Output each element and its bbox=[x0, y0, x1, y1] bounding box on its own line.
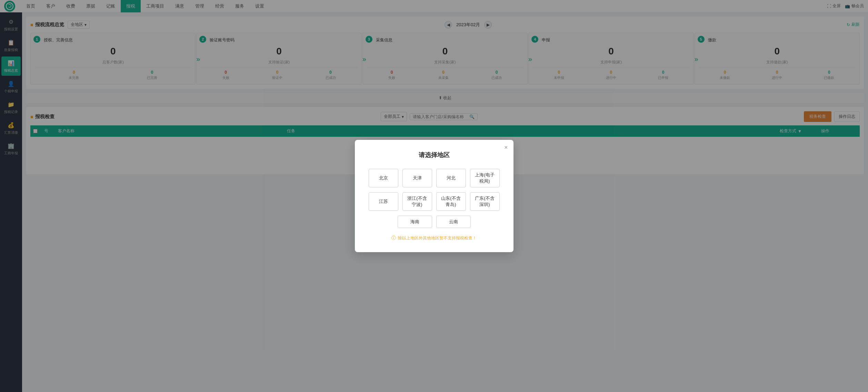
region-btn-shanghai[interactable]: 上海(电子税局) bbox=[470, 169, 500, 187]
region-btn-yunnan[interactable]: 云南 bbox=[436, 216, 471, 228]
region-btn-guangdong[interactable]: 广东(不含深圳) bbox=[470, 192, 500, 211]
modal-title: 请选择地区 bbox=[369, 151, 500, 159]
region-grid-row2: 江苏 浙江(不含宁波) 山东(不含青岛) 广东(不含深圳) bbox=[369, 192, 500, 211]
region-btn-beijing[interactable]: 北京 bbox=[369, 169, 398, 187]
region-grid-row1: 北京 天津 河北 上海(电子税局) bbox=[369, 169, 500, 187]
region-btn-shandong[interactable]: 山东(不含青岛) bbox=[436, 192, 466, 211]
region-btn-jiangsu[interactable]: 江苏 bbox=[369, 192, 398, 211]
warning-icon: ⓘ bbox=[391, 235, 396, 241]
modal-close-button[interactable]: × bbox=[504, 144, 508, 151]
modal-warning: ⓘ 除以上地区外其他地区暂不支持报税检查！ bbox=[369, 235, 500, 241]
region-btn-hebei[interactable]: 河北 bbox=[436, 169, 466, 187]
region-btn-zhejiang[interactable]: 浙江(不含宁波) bbox=[402, 192, 432, 211]
region-btn-hainan[interactable]: 海南 bbox=[398, 216, 432, 228]
region-grid-row3: 海南 云南 bbox=[369, 216, 500, 228]
region-btn-tianjin[interactable]: 天津 bbox=[402, 169, 432, 187]
region-select-modal: × 请选择地区 北京 天津 河北 上海(电子税局) 江苏 浙江(不含宁波) 山东… bbox=[355, 140, 513, 252]
modal-overlay[interactable]: × 请选择地区 北京 天津 河北 上海(电子税局) 江苏 浙江(不含宁波) 山东… bbox=[0, 0, 868, 392]
